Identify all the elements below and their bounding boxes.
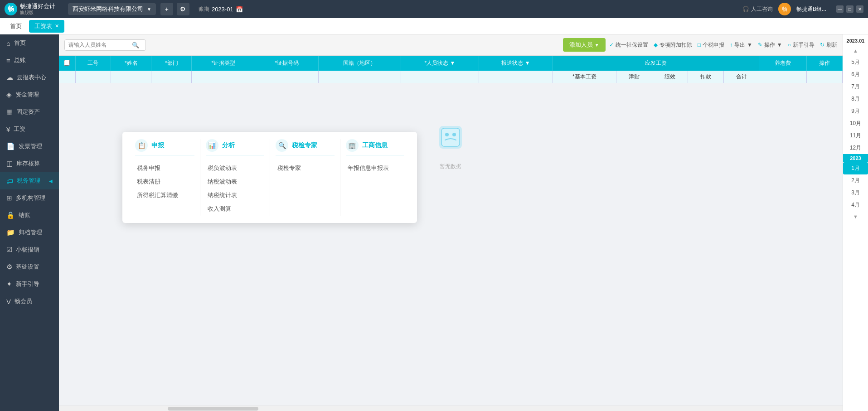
add-company-button[interactable]: + xyxy=(160,3,173,15)
sidebar-item-ledger[interactable]: ≡ 总账 xyxy=(0,52,59,69)
month-item-7[interactable]: 7月 xyxy=(843,81,868,93)
month-item-11[interactable]: 11月 xyxy=(843,130,868,142)
sidebar-item-multi[interactable]: ⊞ 多机构管理 xyxy=(0,189,59,207)
menu-item-tax-table[interactable]: 税表清册 xyxy=(135,175,194,189)
sidebar-item-guide[interactable]: ✦ 新手引导 xyxy=(0,276,59,293)
sidebar-label-cloud: 云报表中心 xyxy=(17,73,46,82)
tab-close-icon[interactable]: ✕ xyxy=(55,23,59,29)
special-icon: ◆ xyxy=(654,42,658,48)
operate-label: 操作 xyxy=(764,41,775,49)
company-name: 西安虾米网络科技有限公司 xyxy=(73,5,143,13)
month-item-4[interactable]: 4月 xyxy=(843,199,868,211)
menu-item-income-tax[interactable]: 所得税汇算清缴 xyxy=(135,189,194,202)
menu-item-tax-stats[interactable]: 纳税统计表 xyxy=(206,189,265,202)
sidebar-label-invoice: 发票管理 xyxy=(19,142,42,150)
sidebar-label-settings: 基础设置 xyxy=(16,263,39,271)
special-label: 专项附加扣除 xyxy=(659,41,692,49)
month-item-2[interactable]: 2月 xyxy=(843,174,868,187)
col-report-status: 报送状态 ▼ xyxy=(479,56,553,71)
business-title-text: 工商信息 xyxy=(362,141,388,150)
sidebar-item-close[interactable]: 🔒 结账 xyxy=(0,207,59,224)
headset-icon: 🎧 xyxy=(742,6,749,12)
horizontal-scrollbar[interactable] xyxy=(59,406,843,411)
date-panel-header: 2023.01 xyxy=(845,36,867,45)
export-arrow: ▼ xyxy=(747,42,752,48)
sidebar-item-salary[interactable]: ¥ 工资 xyxy=(0,121,59,138)
analysis-icon: 📊 xyxy=(206,139,218,152)
sidebar-label-member: 畅会员 xyxy=(15,297,32,305)
social-settings-action[interactable]: ✓ 统一社保设置 xyxy=(609,41,648,49)
month-item-1[interactable]: 1月 xyxy=(843,162,868,174)
settings-button[interactable]: ⚙ xyxy=(177,3,189,15)
col-name: *姓名 xyxy=(111,56,151,71)
refresh-action[interactable]: ↻ 刷新 xyxy=(820,41,837,49)
user-name[interactable]: 畅捷通B组... xyxy=(796,5,826,13)
asset-icon: ▦ xyxy=(6,108,13,116)
svg-point-3 xyxy=(452,133,456,136)
calendar-icon[interactable]: 📅 xyxy=(236,6,243,13)
tax-declaration-action[interactable]: □ 个税申报 xyxy=(698,41,724,49)
tab-salary[interactable]: 工资表 ✕ xyxy=(29,20,64,33)
sidebar-item-archive[interactable]: 📁 归档管理 xyxy=(0,224,59,241)
toolbar: 🔍 添加人员 ▼ ✓ 统一社保设置 ◆ 专项附加扣除 □ 个税申报 xyxy=(59,34,843,56)
menu-section-declaration-title: 📋 申报 xyxy=(135,139,194,156)
tab-salary-label: 工资表 xyxy=(34,22,52,30)
sidebar-item-inventory[interactable]: ◫ 库存核算 xyxy=(0,155,59,172)
social-icon: ✓ xyxy=(609,42,614,48)
month-item-3[interactable]: 3月 xyxy=(843,187,868,199)
service-button[interactable]: 🎧 人工咨询 xyxy=(742,5,773,13)
guide-action[interactable]: ○ 新手引导 xyxy=(788,41,815,49)
sidebar-label-archive: 归档管理 xyxy=(19,228,42,237)
empty-text: 暂无数据 xyxy=(440,163,461,170)
menu-item-tax-burden[interactable]: 税负波动表 xyxy=(206,161,265,175)
sidebar-item-member[interactable]: V 畅会员 xyxy=(0,293,59,310)
scrollbar-thumb[interactable] xyxy=(168,407,258,411)
expert-icon: 🔍 xyxy=(276,139,288,152)
sidebar-item-fund[interactable]: ◈ 资金管理 xyxy=(0,86,59,103)
menu-item-expert[interactable]: 税检专家 xyxy=(276,161,335,175)
select-all-checkbox[interactable] xyxy=(64,60,70,66)
export-action[interactable]: ↑ 导出 ▼ xyxy=(730,41,752,49)
company-dropdown-arrow: ▼ xyxy=(147,7,151,12)
special-deduction-action[interactable]: ◆ 专项附加扣除 xyxy=(654,41,692,49)
add-employee-label: 添加人员 xyxy=(569,41,593,49)
sidebar-item-tax[interactable]: 🏷 税务管理 ◀ xyxy=(0,172,59,189)
minimize-button[interactable]: — xyxy=(836,5,844,13)
sidebar-item-cloud[interactable]: ☁ 云报表中心 xyxy=(0,69,59,86)
menu-item-tax-declaration[interactable]: 税务申报 xyxy=(135,161,194,175)
sub-col-total: 合计 xyxy=(723,71,759,83)
tab-home[interactable]: 首页 xyxy=(5,20,27,33)
month-item-12[interactable]: 12月 xyxy=(843,142,868,154)
col-checkbox[interactable] xyxy=(59,56,75,71)
month-item-5[interactable]: 5月 xyxy=(843,56,868,68)
date-nav-down[interactable]: ▼ xyxy=(850,211,861,222)
search-input[interactable] xyxy=(68,42,132,48)
operate-action[interactable]: ✎ 操作 ▼ xyxy=(758,41,782,49)
month-item-8[interactable]: 8月 xyxy=(843,93,868,105)
sidebar-item-invoice[interactable]: 📄 发票管理 xyxy=(0,138,59,155)
date-nav-up[interactable]: ▲ xyxy=(850,45,861,56)
menu-item-tax-wave[interactable]: 纳税波动表 xyxy=(206,175,265,189)
search-box[interactable]: 🔍 xyxy=(64,39,146,51)
sidebar-label-report: 小畅报销 xyxy=(16,246,39,254)
menu-item-annual-report[interactable]: 年报信息申报表 xyxy=(346,161,405,175)
refresh-icon: ↻ xyxy=(820,42,824,48)
sidebar-item-settings[interactable]: ⚙ 基础设置 xyxy=(0,258,59,276)
sidebar-item-asset[interactable]: ▦ 固定资产 xyxy=(0,103,59,121)
tax-declaration-icon: □ xyxy=(698,42,701,48)
close-period-icon: 🔒 xyxy=(6,211,15,219)
sidebar-item-home[interactable]: ⌂ 首页 xyxy=(0,34,59,52)
menu-item-income-estimate[interactable]: 收入测算 xyxy=(206,202,265,216)
close-window-button[interactable]: ✕ xyxy=(856,5,863,13)
add-employee-button[interactable]: 添加人员 ▼ xyxy=(563,38,606,52)
settings-icon: ⚙ xyxy=(6,263,12,271)
sidebar-item-report[interactable]: ☑ 小畅报销 xyxy=(0,241,59,258)
menu-section-analysis-title: 📊 分析 xyxy=(206,139,265,156)
menu-section-declaration: 📋 申报 税务申报 税表清册 所得税汇算清缴 xyxy=(130,139,200,216)
company-selector[interactable]: 西安虾米网络科技有限公司 ▼ xyxy=(68,3,156,15)
month-item-6[interactable]: 6月 xyxy=(843,68,868,81)
col-pension: 养老费 xyxy=(759,56,807,71)
maximize-button[interactable]: □ xyxy=(846,5,853,13)
month-item-9[interactable]: 9月 xyxy=(843,105,868,117)
month-item-10[interactable]: 10月 xyxy=(843,117,868,130)
